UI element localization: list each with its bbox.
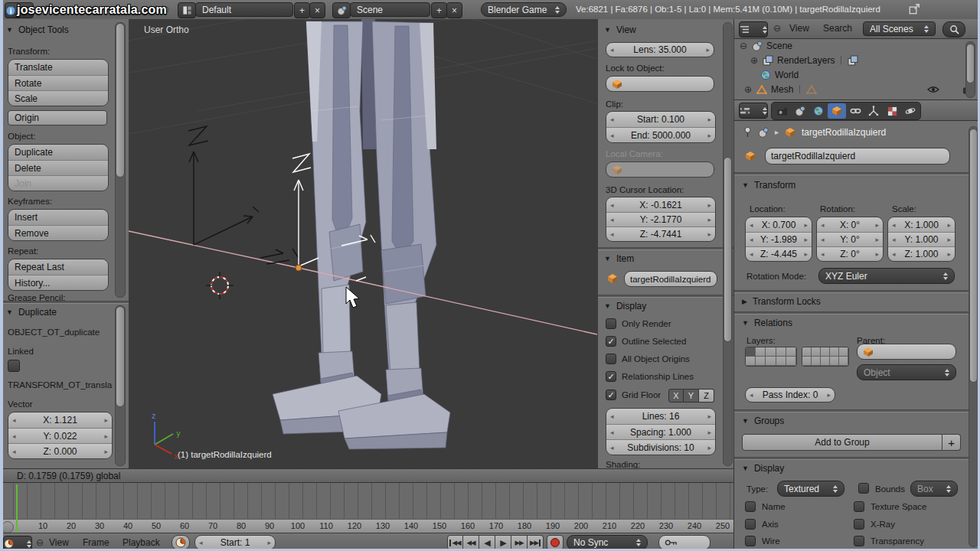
scene-delete-button[interactable]: × [446,2,462,18]
add-to-group-button[interactable]: Add to Group [742,434,942,451]
join-button[interactable]: Join [8,175,108,191]
rotation-y-field[interactable]: Y: 0° [817,232,883,246]
timeline-menu-playback[interactable]: Playback [122,537,160,548]
remove-keyframe-button[interactable]: Remove [8,225,108,240]
display-type-select[interactable]: Textured [777,481,844,497]
panel-header-item[interactable]: Item [604,253,634,264]
tab-physics[interactable] [901,103,920,119]
grid-floor-checkbox[interactable] [606,390,616,400]
outliner-menu-view[interactable]: View [789,23,809,34]
tab-constraints[interactable] [846,103,864,119]
window-duplicate-button[interactable] [908,3,920,18]
rotate-button[interactable]: Rotate [8,75,108,90]
tool-shelf-scrollbar-thumb[interactable] [116,23,125,178]
location-z-field[interactable]: Z: -4.445 [746,246,812,261]
expand-icon[interactable]: ⊕ [750,55,759,66]
outliner-editor-type-button[interactable] [739,21,768,37]
clip-start-field[interactable]: Start: 0.100 [606,112,715,127]
pass-index-field[interactable]: Pass Index: 0 [745,387,835,403]
outliner-row-world[interactable]: World [734,67,980,82]
outliner-search-button[interactable] [942,21,965,37]
panel-header-transform[interactable]: Transform [742,180,795,191]
layout-add-button[interactable]: + [294,2,310,18]
lock-to-object-field[interactable] [606,76,714,92]
vector-z-field[interactable]: Z: 0.000 [8,443,112,458]
delete-button[interactable]: Delete [8,160,108,175]
rotation-x-field[interactable]: X: 0° [817,217,883,232]
properties-editor-type-button[interactable] [739,103,768,119]
grid-axis-z-button[interactable]: Z [699,389,714,403]
sync-mode-select[interactable]: No Sync [567,535,648,550]
time-toggle-button[interactable] [172,535,190,550]
tab-object[interactable] [828,103,846,119]
panel-header-display[interactable]: Display [604,301,646,311]
scene-add-button[interactable]: + [431,2,447,18]
transparency-checkbox[interactable] [854,536,864,546]
viewport-3d[interactable]: z y x User Ortho (1) targetRodillaIzquie… [129,19,597,468]
translate-button[interactable]: Translate [8,60,108,75]
panel-header-relations[interactable]: Relations [742,318,792,328]
item-name-field[interactable]: targetRodillaIzquierd [624,271,717,287]
tab-render[interactable] [773,103,791,119]
timeline-menu-frame[interactable]: Frame [83,537,109,548]
outliner-scrollbar-track[interactable] [965,41,975,98]
texture-space-checkbox[interactable] [854,501,864,512]
insert-keyframe-button[interactable]: Insert [8,210,108,225]
object-name-field[interactable]: targetRodillaIzquierd [765,148,950,165]
all-object-origins-checkbox[interactable] [606,354,616,364]
layout-name-field[interactable]: Default [195,2,293,17]
grid-spacing-field[interactable]: Spacing: 1.000 [606,424,715,439]
collapse-icon[interactable]: ⊖ [739,41,748,51]
previous-keyframe-button[interactable]: ◀◀ [463,535,479,550]
tab-texture[interactable] [883,103,901,119]
bounds-checkbox[interactable] [858,483,869,494]
location-x-field[interactable]: X: 0.700 [746,217,812,232]
bounds-type-select[interactable]: Box [910,481,958,497]
visibility-eye-icon[interactable] [927,86,939,93]
outliner-row-mesh[interactable]: ⊕ Mesh [734,82,980,96]
tool-shelf-scrollbar-track[interactable] [115,22,126,298]
xray-checkbox[interactable] [854,519,864,530]
linked-checkbox[interactable] [8,360,20,372]
engine-select[interactable]: Blender Game [481,2,567,17]
jump-to-end-button[interactable]: ▶▶ [528,535,544,550]
panel-header-display[interactable]: Display [742,463,784,474]
vector-y-field[interactable]: Y: 0.022 [8,428,112,443]
grid-axis-x-button[interactable]: X [668,389,684,403]
pin-icon[interactable] [743,126,752,138]
tab-object-data[interactable] [864,103,883,119]
wire-checkbox[interactable] [745,536,756,546]
relationship-lines-checkbox[interactable] [606,371,616,382]
timeline-canvas[interactable] [0,483,733,519]
cursor-z-field[interactable]: Z: -4.7441 [606,227,715,241]
scale-z-field[interactable]: Z: 1.000 [888,246,955,261]
scenes-filter-select[interactable]: All Scenes [863,21,936,36]
next-keyframe-button[interactable]: ▶▶ [511,535,528,550]
collapse-icon[interactable]: ⊖ [773,23,782,34]
parent-type-select[interactable]: Object [857,364,956,380]
name-checkbox[interactable] [745,501,756,512]
viewport-canvas[interactable]: z y x [129,19,597,468]
lens-field[interactable]: Lens: 35.000 [606,42,714,57]
vector-x-field[interactable]: X: 1.121 [8,412,112,428]
parent-object-field[interactable] [857,344,956,360]
rotation-mode-select[interactable]: XYZ Euler [818,268,955,284]
cursor-y-field[interactable]: Y: -2.1770 [606,212,715,227]
panel-header-object-tools[interactable]: Object Tools [6,24,69,35]
collapse-icon[interactable]: ⊖ [35,537,44,548]
clip-end-field[interactable]: End: 5000.000 [606,127,715,142]
frame-start-field[interactable]: Start: 1 [194,535,276,550]
record-button[interactable] [547,535,564,550]
breadcrumb-object-name[interactable]: targetRodillaIzquierd [802,127,886,138]
panel-header-view[interactable]: View [604,24,636,35]
origin-button[interactable]: Origin [8,110,107,126]
add-group-plus-button[interactable]: + [942,434,961,451]
grid-lines-field[interactable]: Lines: 16 [606,409,715,424]
play-reverse-button[interactable]: ◀ [479,535,495,550]
grid-subdivisions-field[interactable]: Subdivisions: 10 [606,439,715,455]
rotation-z-field[interactable]: Z: 0° [817,246,883,261]
timeline-menu-view[interactable]: View [49,537,69,548]
n-panel-scrollbar-track[interactable] [723,22,733,466]
layout-delete-button[interactable]: × [309,2,325,18]
properties-scrollbar-thumb[interactable] [969,129,978,383]
